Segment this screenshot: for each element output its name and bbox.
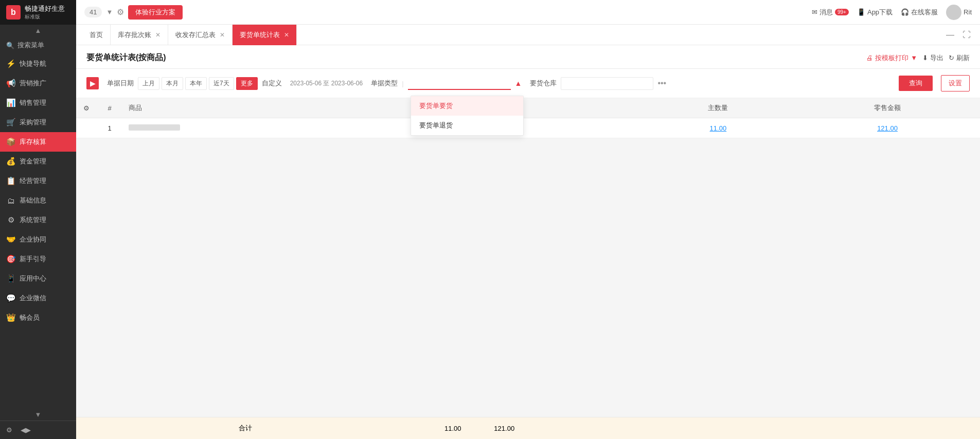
export-button[interactable]: ⬇ 导出 (922, 53, 943, 63)
topbar-settings-icon[interactable]: ⚙ (117, 7, 124, 17)
sidebar-item-basic-info[interactable]: 🗂 基础信息 (0, 191, 76, 210)
sidebar-item-wechat[interactable]: 💬 企业微信 (0, 288, 76, 308)
tab-inventory-batch-label: 库存批次账 (118, 30, 151, 40)
col-index: # (97, 98, 122, 118)
sidebar-item-app-center[interactable]: 📱 应用中心 (0, 269, 76, 288)
member-icon: 👑 (6, 313, 15, 322)
sidebar-item-label: 经营管理 (20, 176, 46, 186)
sidebar-item-guide[interactable]: 🎯 新手引导 (0, 249, 76, 269)
trial-button[interactable]: 体验行业方案 (128, 5, 183, 20)
inventory-icon: 📦 (6, 137, 15, 147)
topbar-dropdown-icon[interactable]: ▼ (106, 8, 113, 16)
wechat-icon: 💬 (6, 294, 15, 303)
query-button[interactable]: 查询 (899, 76, 933, 91)
sidebar-bottom: ⚙ ◀▶ (0, 420, 76, 439)
print-icon: 🖨 (866, 54, 873, 62)
content-body: 要货单统计表(按商品) 🖨 按模板打印 ▼ ⬇ 导出 ↻ 刷新 (76, 45, 980, 138)
total-quantity: 11.00 (427, 425, 478, 432)
quantity-link[interactable]: 11.00 (710, 124, 727, 132)
tab-inventory-batch[interactable]: 库存批次账 ✕ (111, 25, 168, 45)
tab-collection-summary-label: 收发存汇总表 (175, 30, 216, 40)
warehouse-label: 要货仓库 (530, 79, 557, 88)
refresh-label: 刷新 (956, 53, 970, 63)
topbar-breadcrumb: 41 (84, 7, 102, 17)
sidebar-scroll-down[interactable]: ▼ (0, 409, 76, 420)
sidebar-item-sales[interactable]: 📊 销售管理 (0, 93, 76, 113)
date-label: 单据日期 (107, 79, 134, 88)
tab-order-summary[interactable]: 要货单统计表 ✕ (233, 25, 297, 45)
sidebar-collapse-icon[interactable]: ◀▶ (21, 426, 31, 434)
warehouse-more-icon[interactable]: ••• (657, 79, 666, 88)
messages-label: 消息 (819, 8, 833, 17)
page-actions: 🖨 按模板打印 ▼ ⬇ 导出 ↻ 刷新 (866, 53, 970, 63)
tab-home[interactable]: 首页 (82, 25, 111, 45)
user-avatar (946, 5, 961, 20)
page-title: 要货单统计表(按商品) (86, 52, 166, 63)
tab-order-summary-label: 要货单统计表 (240, 30, 280, 40)
system-icon: ⚙ (6, 215, 15, 225)
table-settings-icon[interactable]: ⚙ (83, 104, 90, 112)
date-cur-year[interactable]: 本年 (185, 77, 207, 90)
row-quantity: 11.00 (642, 118, 795, 138)
filter-expand-button[interactable]: ▶ (86, 77, 99, 89)
settings-button[interactable]: 设置 (941, 75, 970, 92)
type-dropdown-icon[interactable]: ▲ (515, 79, 522, 87)
dropdown-item-order-return[interactable]: 要货单退货 (411, 116, 523, 135)
refresh-button[interactable]: ↻ 刷新 (949, 53, 970, 63)
sidebar-item-finance[interactable]: 💰 资金管理 (0, 152, 76, 171)
tab-collection-summary[interactable]: 收发存汇总表 ✕ (168, 25, 233, 45)
sidebar-item-member[interactable]: 👑 畅会员 (0, 308, 76, 327)
amount-link[interactable]: 121.00 (877, 124, 898, 132)
date-quick-buttons: 上月 本月 本年 近7天 更多 (138, 77, 258, 90)
user-profile[interactable]: Rit (946, 5, 972, 20)
sidebar-item-enterprise[interactable]: 🤝 企业协同 (0, 230, 76, 249)
date-prev-month[interactable]: 上月 (138, 77, 159, 90)
type-input[interactable] (408, 77, 511, 90)
table-row: 1 块 11.00 121.00 (76, 118, 980, 138)
sidebar-item-operations[interactable]: 📋 经营管理 (0, 171, 76, 191)
date-more[interactable]: 更多 (236, 77, 258, 90)
warehouse-input[interactable] (561, 77, 653, 90)
app-download-button[interactable]: 📱 App下载 (857, 8, 893, 17)
sales-icon: 📊 (6, 98, 15, 107)
tab-inventory-batch-close[interactable]: ✕ (155, 31, 161, 39)
template-dropdown-icon[interactable]: ▼ (911, 54, 917, 62)
tab-order-summary-close[interactable]: ✕ (284, 31, 289, 39)
total-label: 合计 (239, 424, 280, 433)
sidebar-search[interactable]: 🔍 搜索菜单 (0, 36, 76, 54)
col-product: 商品 (122, 98, 424, 118)
tab-collection-summary-close[interactable]: ✕ (220, 31, 225, 39)
tabs-actions: — ⛶ (943, 29, 974, 41)
sidebar-item-label: 基础信息 (20, 196, 46, 205)
date-cur-month[interactable]: 本月 (162, 77, 183, 90)
sidebar-item-label: 营销推广 (20, 79, 46, 88)
tab-home-label: 首页 (90, 30, 103, 40)
messages-button[interactable]: ✉ 消息 99+ (812, 8, 849, 17)
sidebar-item-label: 新手引导 (20, 254, 46, 264)
sidebar-item-label: 企业协同 (20, 235, 46, 244)
date-last-7days[interactable]: 近7天 (209, 77, 234, 90)
filter-bar: ▶ 单据日期 上月 本月 本年 近7天 更多 自定义 2023-05-06 至 … (76, 69, 980, 98)
online-service-label: 在线客服 (911, 8, 938, 17)
tab-expand-icon[interactable]: ⛶ (959, 29, 974, 41)
online-service-button[interactable]: 🎧 在线客服 (901, 8, 938, 17)
message-icon: ✉ (812, 8, 817, 16)
sidebar-scroll-up[interactable]: ▲ (0, 25, 76, 36)
sidebar-item-purchase[interactable]: 🛒 采购管理 (0, 113, 76, 132)
sidebar-item-quick-nav[interactable]: ⚡ 快捷导航 (0, 54, 76, 74)
topbar: 41 ▼ ⚙ 体验行业方案 ✉ 消息 99+ 📱 App下载 🎧 在线客服 Ri… (76, 0, 980, 25)
sidebar-settings-icon[interactable]: ⚙ (6, 426, 12, 434)
marketing-icon: 📢 (6, 79, 15, 88)
logo-text-group: 畅捷通好生意 标准版 (25, 4, 65, 21)
template-print-button[interactable]: 🖨 按模板打印 ▼ (866, 53, 917, 63)
sidebar-item-marketing[interactable]: 📢 营销推广 (0, 74, 76, 93)
sidebar-item-inventory[interactable]: 📦 库存核算 (0, 132, 76, 152)
topbar-right: ✉ 消息 99+ 📱 App下载 🎧 在线客服 Rit (812, 5, 972, 20)
search-icon: 🔍 (6, 42, 14, 49)
tab-minimize-icon[interactable]: — (943, 29, 957, 41)
sidebar-item-system[interactable]: ⚙ 系统管理 (0, 210, 76, 230)
type-label: 单据类型 (371, 79, 398, 88)
sidebar-item-label: 企业微信 (20, 294, 46, 303)
dropdown-item-order-goods[interactable]: 要货单要货 (411, 96, 523, 116)
sidebar-item-label: 库存核算 (20, 137, 46, 147)
